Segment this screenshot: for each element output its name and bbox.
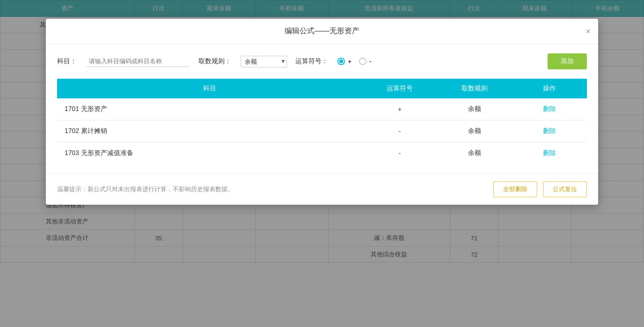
rule-label: 取数规则：: [198, 57, 231, 66]
formula-action: 删除: [512, 120, 587, 142]
formula-subject: 1701 无形资产: [57, 98, 362, 120]
delete-row-link[interactable]: 删除: [543, 127, 556, 134]
table-header-rule: 取数规则: [437, 79, 512, 98]
subject-input[interactable]: [86, 56, 189, 67]
modal-header: 编辑公式——无形资产 ×: [46, 19, 598, 44]
modal-body: 科目： 取数规则： 余额 借方 贷方 借方发生额 贷方发生额 ▼ 运算符号：: [46, 44, 598, 173]
modal-footer: 温馨提示：新公式只对未出报表进行计算，不影响历史报表数据。 全部删除 公式复位: [46, 173, 598, 205]
radio-plus[interactable]: +: [337, 58, 351, 65]
formula-rule: 余额: [437, 120, 512, 142]
modal-overlay: 编辑公式——无形资产 × 科目： 取数规则： 余额 借方 贷方 借方发生额 贷方…: [0, 0, 644, 327]
subject-label: 科目：: [57, 57, 77, 66]
formula-action: 删除: [512, 142, 587, 164]
operator-label: 运算符号：: [295, 57, 328, 66]
radio-plus-indicator: [337, 58, 345, 65]
rule-select[interactable]: 余额 借方 贷方 借方发生额 贷方发生额: [241, 56, 287, 67]
modal-title: 编辑公式——无形资产: [285, 27, 359, 35]
table-header-operator: 运算符号: [362, 79, 437, 98]
formula-table: 科目 运算符号 取数规则 操作 1701 无形资产+余额删除1702 累计摊销-…: [57, 79, 587, 164]
reset-button[interactable]: 公式复位: [543, 181, 587, 197]
radio-plus-label: +: [348, 58, 351, 65]
formula-action: 删除: [512, 98, 587, 120]
hint-text: 温馨提示：新公式只对未出报表进行计算，不影响历史报表数据。: [57, 185, 234, 193]
radio-minus-label: -: [369, 58, 372, 65]
operator-radio-group: + -: [337, 58, 372, 65]
table-row: 1702 累计摊销-余额删除: [57, 120, 587, 142]
formula-operator: +: [362, 98, 437, 120]
table-header-action: 操作: [512, 79, 587, 98]
modal-dialog: 编辑公式——无形资产 × 科目： 取数规则： 余额 借方 贷方 借方发生额 贷方…: [46, 19, 598, 205]
table-row: 1703 无形资产减值准备-余额删除: [57, 142, 587, 164]
table-header-subject: 科目: [57, 79, 362, 98]
footer-buttons: 全部删除 公式复位: [493, 181, 587, 197]
radio-minus-indicator: [359, 58, 366, 65]
rule-select-wrap: 余额 借方 贷方 借方发生额 贷方发生额 ▼: [241, 56, 286, 67]
delete-row-link[interactable]: 删除: [543, 105, 556, 112]
formula-operator: -: [362, 142, 437, 164]
delete-all-button[interactable]: 全部删除: [493, 181, 537, 197]
add-button[interactable]: 添加: [548, 53, 587, 69]
formula-subject: 1703 无形资产减值准备: [57, 142, 362, 164]
formula-operator: -: [362, 120, 437, 142]
table-row: 1701 无形资产+余额删除: [57, 98, 587, 120]
radio-minus[interactable]: -: [359, 58, 372, 65]
delete-row-link[interactable]: 删除: [543, 149, 556, 156]
formula-rule: 余额: [437, 142, 512, 164]
formula-subject: 1702 累计摊销: [57, 120, 362, 142]
formula-rule: 余额: [437, 98, 512, 120]
form-row: 科目： 取数规则： 余额 借方 贷方 借方发生额 贷方发生额 ▼ 运算符号：: [57, 53, 587, 69]
modal-close-button[interactable]: ×: [585, 27, 591, 36]
